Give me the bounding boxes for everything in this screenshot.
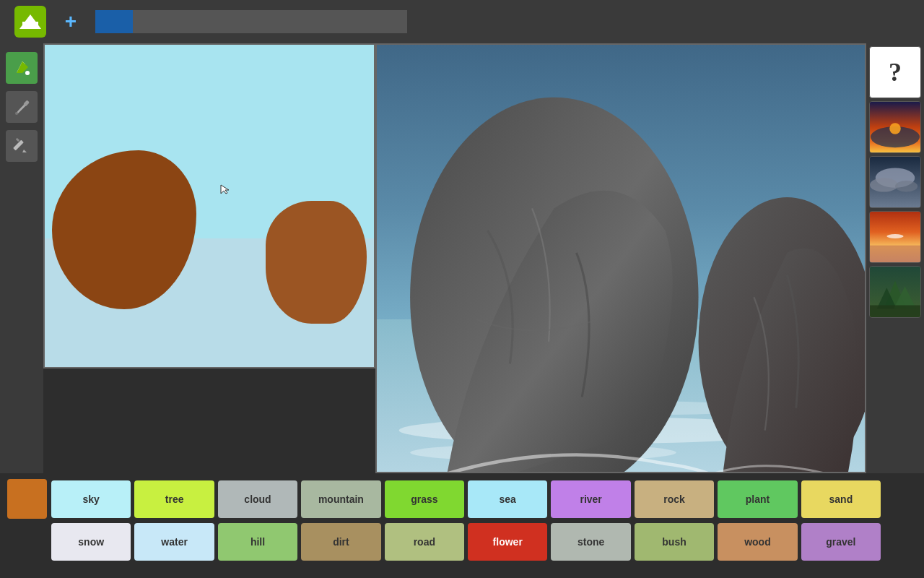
pencil-tool-button[interactable] [6, 130, 38, 162]
label-cloud-button[interactable]: cloud [218, 480, 297, 518]
color-swatch-row: sky tree cloud mountain grass sea river … [7, 479, 881, 519]
label-snow-button[interactable]: snow [51, 523, 131, 561]
label-rock-button[interactable]: rock [635, 480, 714, 518]
thumb-ocean-sunset[interactable] [869, 211, 921, 263]
label-mountain-button[interactable]: mountain [301, 480, 380, 518]
main-content: ? [0, 43, 924, 473]
label-hill-button[interactable]: hill [218, 523, 297, 561]
thumb-forest[interactable] [869, 266, 921, 318]
drawing-canvas [45, 45, 374, 367]
title-color-swatch[interactable] [95, 10, 133, 33]
label-sea-button[interactable]: sea [468, 480, 547, 518]
label-water-button[interactable]: water [134, 523, 214, 561]
fill-tool-button[interactable] [6, 52, 38, 84]
svg-point-17 [889, 123, 901, 134]
label-gravel-button[interactable]: gravel [801, 523, 881, 561]
thumb-random[interactable]: ? [869, 46, 921, 98]
active-color-swatch[interactable] [7, 479, 47, 519]
add-icon: + [65, 10, 77, 33]
svg-rect-29 [870, 305, 920, 317]
svg-point-20 [870, 178, 898, 191]
canvas-area[interactable] [43, 43, 375, 368]
label-wood-button[interactable]: wood [718, 523, 797, 561]
svg-rect-23 [870, 246, 920, 262]
label-stone-button[interactable]: stone [551, 523, 630, 561]
photo-panel [375, 43, 866, 473]
label-bush-button[interactable]: bush [635, 523, 714, 561]
labels-row1: sky tree cloud mountain grass sea river … [51, 480, 881, 518]
label-grass-button[interactable]: grass [385, 480, 464, 518]
thumb-clouds[interactable] [869, 156, 921, 208]
title-input[interactable] [133, 10, 407, 33]
app-container: + [0, 0, 924, 578]
add-button[interactable]: + [58, 9, 84, 35]
svg-rect-7 [16, 138, 20, 142]
top-bar: + [0, 0, 924, 43]
labels-row2: snow water hill dirt road flower stone b… [51, 523, 881, 561]
svg-rect-1 [22, 22, 38, 27]
label-dirt-button[interactable]: dirt [301, 523, 380, 561]
nvidia-logo [14, 6, 46, 38]
brush-tool-button[interactable] [6, 91, 38, 123]
label-plant-button[interactable]: plant [718, 480, 797, 518]
svg-marker-6 [22, 150, 27, 152]
label-tree-button[interactable]: tree [134, 480, 214, 518]
label-sand-button[interactable]: sand [801, 480, 881, 518]
left-toolbar [0, 43, 43, 473]
thumb-sunset[interactable] [869, 101, 921, 153]
label-flower-button[interactable]: flower [468, 523, 547, 561]
right-sidebar: ? [866, 43, 924, 473]
svg-point-2 [25, 71, 30, 75]
title-bar [95, 10, 910, 33]
label-road-button[interactable]: road [385, 523, 464, 561]
label-sky-button[interactable]: sky [51, 480, 131, 518]
bottom-section: sky tree cloud mountain grass sea river … [0, 473, 924, 578]
svg-point-4 [15, 112, 18, 115]
label-river-button[interactable]: river [551, 480, 630, 518]
generated-photo [377, 45, 865, 472]
svg-point-24 [886, 234, 903, 238]
svg-point-21 [895, 181, 918, 192]
rock-shape-right [266, 201, 367, 324]
